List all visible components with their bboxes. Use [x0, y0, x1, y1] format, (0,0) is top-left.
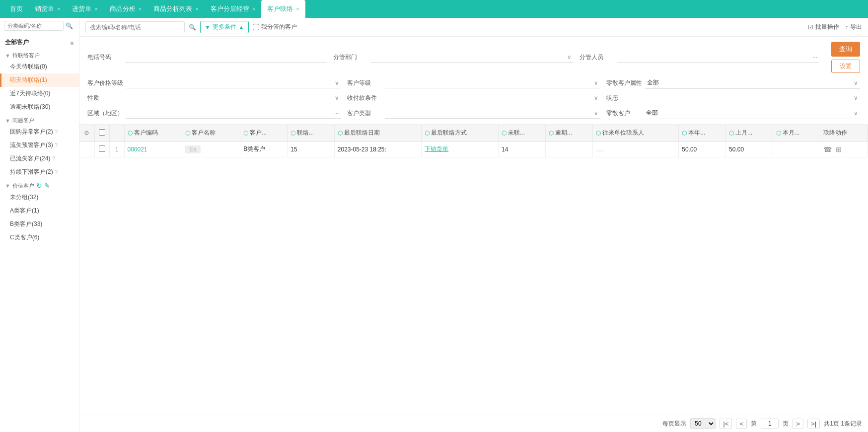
col-gear: ⚙: [79, 125, 94, 142]
content-area: 🔍 ▼ 更多条件 ▲ 我分管的客户 ☑ 批量操作 ↑ 导出: [79, 18, 868, 432]
close-icon-sales[interactable]: ×: [57, 6, 60, 12]
batch-operate-btn[interactable]: ☑ 批量操作: [808, 23, 839, 31]
sidebar-search-input[interactable]: [4, 21, 64, 31]
nav-item-sales[interactable]: 销货单 ×: [29, 0, 66, 18]
sidebar-item-declining[interactable]: 持续下滑客户(2) ?: [0, 165, 79, 179]
nav-item-analysis-list[interactable]: 商品分析列表 ×: [147, 0, 204, 18]
edit-icon-value[interactable]: ✎: [44, 182, 50, 190]
refresh-icon-value[interactable]: ↻: [36, 182, 42, 190]
table-row: 1 000021 Ea B类客户 15: [79, 142, 868, 157]
region-dots-icon[interactable]: ···: [334, 110, 339, 117]
settings-button[interactable]: 设置: [831, 60, 860, 73]
retail-attr-label: 零散客户属性: [606, 79, 642, 87]
sidebar-item-class-c[interactable]: C类客户(6): [0, 231, 79, 244]
sidebar-item-class-b[interactable]: B类客户(33): [0, 217, 79, 231]
search-icon[interactable]: 🔍: [189, 24, 196, 31]
close-icon-customer-segment[interactable]: ×: [252, 6, 255, 12]
more-conditions-btn[interactable]: ▼ 更多条件 ▲: [200, 21, 249, 33]
row-name-value: Ea: [185, 145, 201, 153]
col-overdue-label: 逾期...: [555, 129, 572, 137]
retail-attr-select[interactable]: 全部 ∨: [645, 77, 860, 89]
more-action-icon[interactable]: ⊞: [836, 145, 842, 153]
payment-select[interactable]: ∨: [385, 93, 601, 103]
page-suffix: 页: [783, 420, 789, 428]
sidebar-item-churned[interactable]: 已流失客户(24) ?: [0, 152, 79, 165]
gender-chevron-icon: ∨: [335, 94, 339, 101]
first-page-btn[interactable]: |<: [720, 419, 732, 429]
page-input[interactable]: [761, 419, 779, 429]
row-no-contact-value: 14: [502, 146, 508, 153]
my-customers-checkbox[interactable]: [253, 24, 259, 30]
row-actions: ☎ ⊞: [820, 142, 868, 157]
export-label: 导出: [850, 23, 862, 31]
col-last-date-label: 最后联络日期: [344, 129, 380, 137]
close-icon-purchase[interactable]: ×: [94, 6, 97, 12]
sidebar-item-tomorrow[interactable]: 明天待联络(1): [0, 73, 79, 87]
close-icon-analysis[interactable]: ×: [139, 6, 142, 12]
more-conditions-label: 更多条件: [213, 23, 236, 31]
retail-customer-label: 零散客户: [606, 109, 641, 118]
close-icon-customer-contact[interactable]: ×: [296, 6, 299, 12]
col-no-contact: ⬡ 未联...: [498, 125, 545, 142]
person-select[interactable]: ···: [617, 52, 819, 63]
collapse-icon[interactable]: «: [70, 39, 74, 47]
group-title-pending: ▼ 待联络客户: [0, 49, 79, 60]
search-input[interactable]: [85, 21, 185, 33]
gender-select[interactable]: ∨: [125, 93, 341, 103]
nav-item-purchase[interactable]: 进货单 ×: [66, 0, 103, 18]
price-level-label: 客户价格等级: [87, 79, 123, 87]
sidebar-item-class-a[interactable]: A类客户(1): [0, 204, 79, 217]
row-code-value: 000021: [128, 146, 147, 153]
dept-field: 分管部门 ∨: [333, 52, 573, 63]
sidebar-item-unclassified[interactable]: 未分组(32): [0, 191, 79, 204]
region-field: 区域（地区） ···: [87, 108, 341, 119]
nav-label-home: 首页: [10, 4, 23, 13]
retail-customer-select[interactable]: 全部 ∨: [644, 107, 860, 119]
region-select[interactable]: ···: [126, 108, 341, 119]
sidebar-search-area: 🔍: [0, 18, 79, 34]
customer-type-select[interactable]: ∨: [385, 108, 601, 119]
query-button[interactable]: 查询: [831, 42, 860, 57]
col-no-contact-sort-icon: ⬡: [502, 130, 506, 137]
per-page-select[interactable]: 50 100: [690, 418, 716, 429]
retail-attr-field: 零散客户属性 全部 ∨: [606, 77, 860, 89]
sidebar-item-abnormal-repurchase[interactable]: 回购异常客户(2) ?: [0, 125, 79, 139]
nav-item-customer-contact[interactable]: 客户联络 ×: [261, 0, 305, 18]
sidebar-item-overdue[interactable]: 逾期未联络(30): [0, 100, 79, 114]
phone-input[interactable]: [125, 52, 327, 63]
price-level-select[interactable]: ∨: [126, 78, 341, 88]
close-icon-analysis-list[interactable]: ×: [195, 6, 198, 12]
checkbox-icon: ☑: [808, 24, 813, 31]
sidebar-item-churn-warning[interactable]: 流失预警客户(3) ?: [0, 139, 79, 152]
contact-action-icon[interactable]: ☎: [823, 145, 832, 153]
row-unit-contact-value: [596, 150, 604, 151]
nav-item-customer-segment[interactable]: 客户分层经营 ×: [205, 0, 261, 18]
sidebar-item-today[interactable]: 今天待联络(0): [0, 60, 79, 73]
dept-select[interactable]: ∨: [371, 52, 573, 63]
row-select-checkbox[interactable]: [99, 145, 105, 152]
per-page-label: 每页显示: [662, 420, 686, 428]
gear-icon[interactable]: ⚙: [84, 130, 89, 137]
next-page-btn[interactable]: >: [793, 419, 803, 429]
row-last-method-value[interactable]: 下销货单: [425, 145, 448, 152]
col-overdue-sort-icon: ⬡: [549, 130, 554, 137]
last-page-btn[interactable]: >|: [807, 419, 820, 429]
customer-level-select[interactable]: ∨: [385, 78, 601, 88]
col-action-label: 联络动作: [823, 129, 847, 136]
nav-item-analysis[interactable]: 商品分析 ×: [104, 0, 147, 18]
gender-label: 性质: [87, 94, 122, 102]
filter-row-3: 性质 ∨ 收付款条件 ∨ 状态: [87, 93, 860, 103]
arrow-icon-pending: ▼: [5, 53, 10, 59]
all-customers-header[interactable]: 全部客户 «: [0, 34, 79, 49]
col-action: 联络动作: [820, 125, 868, 142]
nav-item-home[interactable]: 首页: [4, 0, 29, 18]
person-dots-icon[interactable]: ···: [812, 54, 817, 61]
sidebar-item-7days[interactable]: 近7天待联络(0): [0, 87, 79, 100]
page-label: 第: [751, 420, 757, 428]
prev-page-btn[interactable]: <: [736, 419, 747, 429]
select-all-checkbox[interactable]: [99, 129, 105, 136]
export-btn[interactable]: ↑ 导出: [845, 23, 862, 31]
sidebar-search-icon[interactable]: 🔍: [66, 22, 73, 29]
row-contact-count-value: 15: [290, 146, 297, 153]
status-select[interactable]: ∨: [644, 93, 860, 103]
